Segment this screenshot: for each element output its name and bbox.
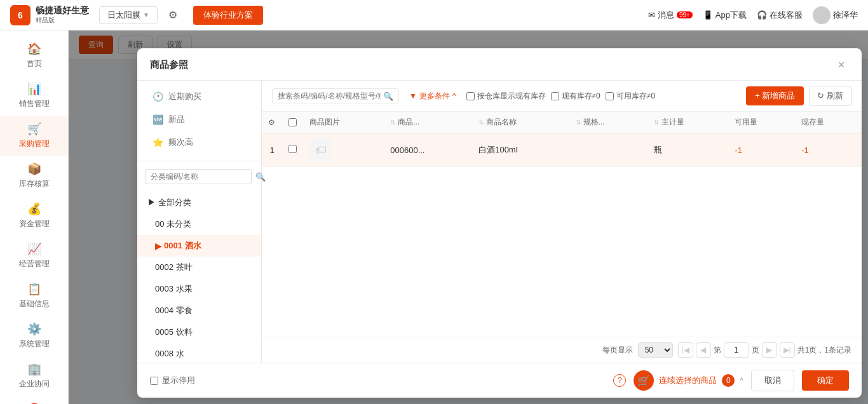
toolbar-right: + 新增商品 ↻ 刷新 <box>746 86 851 106</box>
sidebar-label-sales: 销售管理 <box>19 98 50 109</box>
category-0001[interactable]: ▶ 0001 酒水 <box>137 235 261 257</box>
select-all-checkbox[interactable] <box>288 118 297 126</box>
th-available: 可用量 <box>728 112 795 133</box>
sidebar-item-sales[interactable]: 📊 销售管理 <box>0 76 68 116</box>
product-search-input[interactable] <box>278 91 381 100</box>
category-all[interactable]: ▶ 全部分类 <box>137 192 261 213</box>
recent-purchase-label: 近期购买 <box>168 91 201 102</box>
sidebar-item-operation[interactable]: 📈 经营管理 <box>0 236 68 276</box>
trial-button[interactable]: 体验行业方案 <box>193 6 263 25</box>
prev-page-btn[interactable]: ◀ <box>696 342 711 358</box>
cart-count-area: 🛒 连续选择的商品 0 ^ <box>634 370 743 391</box>
help-button[interactable]: ? <box>613 374 626 387</box>
cat-00-label: 00 未分类 <box>155 219 191 230</box>
cart-icon[interactable]: 🛒 <box>634 370 654 391</box>
sidebar-item-purchase[interactable]: 🛒 采购管理 <box>0 116 68 156</box>
sidebar-item-basic[interactable]: 📋 基础信息 <box>0 276 68 316</box>
category-00[interactable]: 00 未分类 <box>137 213 261 235</box>
sidebar-label-purchase: 采购管理 <box>19 138 50 149</box>
home-icon: 🏠 <box>27 42 41 56</box>
th-settings[interactable]: ⚙ <box>262 112 282 133</box>
th-code[interactable]: ⇅ 商品... <box>384 112 472 133</box>
confirm-button[interactable]: 确定 <box>802 370 849 391</box>
sidebar-label-finance: 资金管理 <box>19 219 50 229</box>
category-0005[interactable]: 0005 饮料 <box>137 321 261 343</box>
available-nonzero-checkbox[interactable] <box>606 92 614 100</box>
category-0002[interactable]: 0002 茶叶 <box>137 257 261 278</box>
user-menu[interactable]: 徐泽华 <box>813 6 858 24</box>
refresh-button[interactable]: ↻ 刷新 <box>809 86 851 106</box>
new-product-tab[interactable]: 🆕 新品 <box>145 109 254 130</box>
page-number-input[interactable] <box>724 342 749 358</box>
gear-button[interactable]: ⚙ <box>163 5 183 25</box>
page-suffix-label: 页 <box>752 345 759 356</box>
row-checkbox[interactable] <box>288 145 297 153</box>
th-name[interactable]: ⇅ 商品名称 <box>472 112 569 133</box>
messages-label: 消息 <box>658 10 674 21</box>
category-search-input[interactable] <box>145 169 252 184</box>
messages-btn[interactable]: ✉ 消息 99+ <box>648 10 693 21</box>
first-page-btn[interactable]: |◀ <box>678 342 693 358</box>
phone-icon: 📱 <box>703 10 713 20</box>
sidebar-item-home[interactable]: 🏠 首页 <box>0 36 68 76</box>
add-product-button[interactable]: + 新增商品 <box>746 86 804 105</box>
bottom-right: ? 🛒 连续选择的商品 0 ^ 取消 确定 <box>613 370 849 391</box>
next-page-btn[interactable]: ▶ <box>762 342 777 358</box>
category-0008[interactable]: 0008 水 <box>137 343 261 363</box>
category-0003[interactable]: 0003 水果 <box>137 278 261 300</box>
cancel-button[interactable]: 取消 <box>751 370 794 391</box>
sidebar-item-system[interactable]: ⚙️ 系统管理 <box>0 316 68 356</box>
sidebar-item-inventory[interactable]: 📦 库存核算 <box>0 156 68 196</box>
cat-0003-label: 0003 水果 <box>155 283 193 295</box>
show-disabled-checkbox[interactable] <box>150 377 158 385</box>
settings-icon: ⚙ <box>268 118 275 127</box>
show-disabled-label: 显示停用 <box>162 375 195 386</box>
cat-0001-label: 0001 酒水 <box>164 240 201 252</box>
th-spec[interactable]: ⇅ 规格... <box>569 112 648 133</box>
nonzero-stock-label: 现有库存≠0 <box>562 91 600 102</box>
store-selector[interactable]: 日太阳膜 ▼ <box>99 6 158 24</box>
stock-display-checkbox[interactable] <box>466 92 475 100</box>
stock-display-check[interactable]: 按仓库显示现有库存 <box>466 91 546 102</box>
online-service-btn[interactable]: 🎧 在线客服 <box>757 10 803 21</box>
filter-arrow-icon: ^ <box>452 91 456 100</box>
modal-header: 商品参照 × <box>137 48 862 81</box>
logo-icon: 6 <box>10 5 31 25</box>
avatar <box>813 6 831 24</box>
nonzero-stock-check[interactable]: 现有库存≠0 <box>551 91 600 102</box>
th-check <box>282 112 303 133</box>
sidebar-item-finance[interactable]: 💰 资金管理 <box>0 196 68 236</box>
row-available: -1 <box>728 133 795 167</box>
collapse-cart-icon[interactable]: ^ <box>740 376 743 385</box>
row-check[interactable] <box>282 133 303 167</box>
category-0004[interactable]: 0004 零食 <box>137 300 261 321</box>
app-download-btn[interactable]: 📱 App下载 <box>703 10 747 21</box>
last-page-btn[interactable]: ▶| <box>780 342 795 358</box>
per-page-select[interactable]: 50 100 200 <box>638 342 673 358</box>
modal-title: 商品参照 <box>150 59 188 71</box>
sidebar-item-enterprise[interactable]: 🏢 企业协同 <box>0 356 68 396</box>
th-unit[interactable]: ⇅ 主计量 <box>648 112 728 133</box>
star-icon: ⭐ <box>153 137 163 147</box>
modal-body: 🕐 近期购买 🆕 新品 ⭐ 频次高 <box>137 81 862 363</box>
cart-label: 连续选择的商品 <box>659 375 717 386</box>
available-nonzero-check[interactable]: 可用库存≠0 <box>606 91 655 102</box>
filter-button[interactable]: ▼ 更多条件 ^ <box>404 88 461 104</box>
purchase-icon: 🛒 <box>27 122 41 136</box>
table-row[interactable]: 1 🏷 000600... 白酒100ml <box>262 133 862 167</box>
filter-label: 更多条件 <box>419 91 450 102</box>
frequent-tab[interactable]: ⭐ 频次高 <box>145 131 254 153</box>
enterprise-icon: 🏢 <box>27 362 41 376</box>
search-icon[interactable]: 🔍 <box>383 91 393 101</box>
question-icon: ? <box>618 376 622 385</box>
recent-purchase-tab[interactable]: 🕐 近期购买 <box>145 86 254 107</box>
product-reference-modal: 商品参照 × 🕐 近期购买 🆕 新品 <box>137 48 862 398</box>
sidebar-item-guide[interactable]: 🎯 新手引导 <box>0 396 68 404</box>
show-disabled-check[interactable]: 显示停用 <box>150 375 195 386</box>
product-table: ⚙ 商品图片 <box>262 112 862 167</box>
clock-icon: 🕐 <box>153 91 163 102</box>
total-pages-info: 共1页，1条记录 <box>797 345 851 356</box>
row-unit: 瓶 <box>648 133 728 167</box>
nonzero-stock-checkbox[interactable] <box>551 92 559 100</box>
modal-close-button[interactable]: × <box>834 57 849 72</box>
